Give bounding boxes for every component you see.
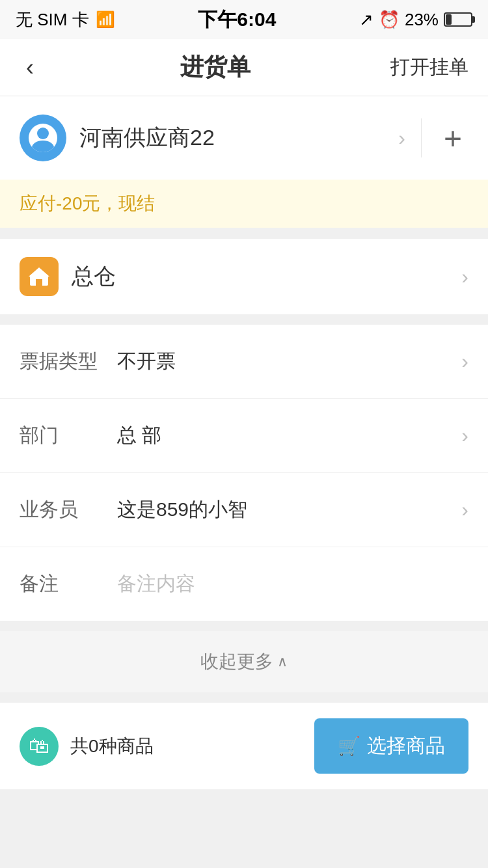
- status-bar: 无 SIM 卡 📶 下午6:04 ↗ ⏰ 23%: [0, 0, 488, 39]
- department-chevron: ›: [461, 424, 468, 448]
- svg-rect-2: [36, 279, 42, 286]
- page-container: 无 SIM 卡 📶 下午6:04 ↗ ⏰ 23% ‹ 进货单 打开挂单 河南供应…: [0, 0, 488, 868]
- status-time: 下午6:04: [198, 7, 276, 33]
- invoice-type-row[interactable]: 票据类型 不开票 ›: [0, 325, 488, 399]
- supplier-name: 河南供应商22: [79, 123, 398, 153]
- page-title: 进货单: [180, 51, 251, 83]
- remark-input[interactable]: 备注内容: [117, 571, 468, 597]
- supplier-row[interactable]: 河南供应商22 › +: [0, 96, 488, 180]
- select-product-icon: 🛒: [338, 735, 360, 757]
- open-hangup-button[interactable]: 打开挂单: [390, 54, 468, 81]
- battery-icon: [444, 12, 472, 27]
- bottom-bar: 🛍 共0种商品 🛒 选择商品: [0, 703, 488, 789]
- product-icon: 🛍: [20, 727, 59, 766]
- notice-bar: 应付-20元，现结: [0, 180, 488, 228]
- status-left: 无 SIM 卡 📶: [16, 8, 115, 31]
- warehouse-chevron-icon: ›: [461, 265, 468, 289]
- wifi-icon: 📶: [96, 10, 115, 29]
- content-area: 河南供应商22 › + 应付-20元，现结 总仓: [0, 96, 488, 789]
- collapse-text: 收起更多: [200, 649, 273, 674]
- salesperson-row[interactable]: 业务员 这是859的小智 ›: [0, 473, 488, 547]
- department-row[interactable]: 部门 总 部 ›: [0, 399, 488, 473]
- department-label: 部门: [20, 422, 98, 449]
- invoice-type-label: 票据类型: [20, 348, 98, 375]
- svg-marker-1: [29, 267, 49, 277]
- avatar-inner: [29, 124, 57, 152]
- collapse-icon: ∧: [277, 653, 288, 670]
- remark-row[interactable]: 备注 备注内容: [0, 547, 488, 621]
- alarm-icon: ⏰: [379, 10, 400, 30]
- carrier-text: 无 SIM 卡: [16, 8, 89, 31]
- add-button[interactable]: +: [437, 120, 468, 156]
- nav-bar: ‹ 进货单 打开挂单: [0, 39, 488, 96]
- warehouse-name: 总仓: [72, 262, 461, 292]
- form-section: 票据类型 不开票 › 部门 总 部 › 业务员 这是859的小智 › 备注 备注…: [0, 325, 488, 621]
- warehouse-row[interactable]: 总仓 ›: [0, 238, 488, 314]
- remark-label: 备注: [20, 571, 98, 597]
- back-button[interactable]: ‹: [20, 47, 40, 88]
- cart-icon: 🛍: [29, 734, 49, 758]
- product-count-text: 共0种商品: [70, 734, 154, 759]
- salesperson-chevron: ›: [461, 498, 468, 522]
- notice-text: 应付-20元，现结: [20, 193, 155, 213]
- supplier-avatar: [20, 115, 66, 161]
- select-product-button[interactable]: 🛒 选择商品: [314, 718, 468, 774]
- invoice-type-chevron: ›: [461, 349, 468, 373]
- status-right: ↗ ⏰ 23%: [359, 10, 472, 30]
- salesperson-label: 业务员: [20, 496, 98, 523]
- warehouse-icon: [20, 257, 59, 296]
- salesperson-value: 这是859的小智: [117, 496, 461, 523]
- department-value: 总 部: [117, 422, 461, 449]
- warehouse-section: 总仓 ›: [0, 238, 488, 314]
- invoice-type-value: 不开票: [117, 348, 461, 375]
- warehouse-svg: [27, 265, 51, 288]
- supplier-section: 河南供应商22 › + 应付-20元，现结: [0, 96, 488, 228]
- supplier-chevron-icon: ›: [398, 126, 405, 150]
- location-icon: ↗: [359, 10, 373, 30]
- select-product-label: 选择商品: [367, 733, 445, 759]
- divider: [421, 118, 422, 157]
- collapse-row[interactable]: 收起更多 ∧: [0, 631, 488, 692]
- product-count-area: 🛍 共0种商品: [20, 727, 154, 766]
- battery-percent: 23%: [405, 10, 439, 30]
